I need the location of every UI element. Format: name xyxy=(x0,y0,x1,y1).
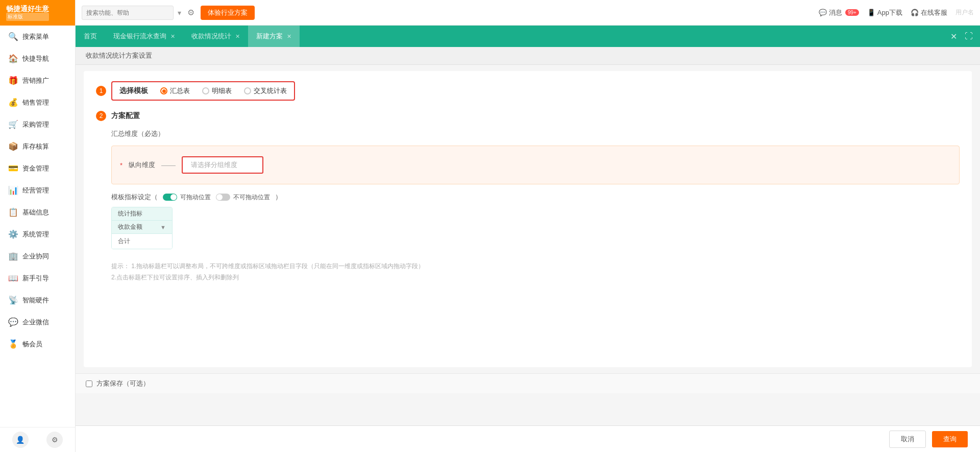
indicator-settings-header: 模板指标设定（ 可拖动位置 不可拖动位置 ） xyxy=(111,193,960,202)
chat-icon: 💬 xyxy=(8,317,18,327)
tab-new-plan[interactable]: 新建方案 ✕ xyxy=(248,26,300,47)
draggable-label: 可拖动位置 xyxy=(180,193,211,202)
step2-section: 2 方案配置 汇总维度（必选） * 纵向维度 —— 请选择分组维度 xyxy=(96,111,960,283)
sidebar-item-label: 快捷导航 xyxy=(22,54,49,63)
sidebar-item-operations[interactable]: 📊 经营管理 xyxy=(0,179,75,201)
sidebar-item-label: 采购管理 xyxy=(22,120,49,129)
sidebar-item-label: 搜索菜单 xyxy=(22,32,49,41)
tab-bar: 首页 现金银行流水查询 ✕ 收款情况统计 ✕ 新建方案 ✕ ✕ ⛶ xyxy=(76,26,980,47)
message-item[interactable]: 💬 消息 99+ xyxy=(819,8,859,17)
non-draggable-toggle-container: 不可拖动位置 xyxy=(216,193,270,202)
stats-indicator-label: 统计指标 xyxy=(118,209,142,218)
sidebar-item-purchase[interactable]: 🛒 采购管理 xyxy=(0,113,75,135)
sidebar-item-member[interactable]: 🏅 畅会员 xyxy=(0,333,75,355)
sidebar-item-hardware[interactable]: 📡 智能硬件 xyxy=(0,289,75,311)
sidebar-item-quick-nav[interactable]: 🏠 快捷导航 xyxy=(0,47,75,69)
sidebar-settings-btn[interactable]: ⚙ xyxy=(46,432,63,448)
indicator-settings: 模板指标设定（ 可拖动位置 不可拖动位置 ） xyxy=(111,193,960,251)
online-service-item[interactable]: 🎧 在线客服 xyxy=(911,8,947,17)
home-icon: 🏠 xyxy=(8,54,18,63)
sidebar-user-btn[interactable]: 👤 xyxy=(12,432,29,448)
query-button[interactable]: 查询 xyxy=(932,431,968,447)
arrow-icon: —— xyxy=(161,161,176,169)
tab-close-all-icon[interactable]: ✕ xyxy=(947,30,960,42)
chevron-down-icon: ▼ xyxy=(160,224,166,230)
vertical-label: 纵向维度 xyxy=(129,160,155,170)
stats-item-label: 收款金额 xyxy=(118,223,142,231)
sidebar: 畅捷通好生意 标准版 🔍 搜索菜单 🏠 快捷导航 🎁 营销推广 💰 销售管理 🛒… xyxy=(0,0,76,452)
stats-item-header[interactable]: 收款金额 ▼ xyxy=(112,221,172,234)
sidebar-item-search-menu[interactable]: 🔍 搜索菜单 xyxy=(0,26,75,47)
search-input[interactable] xyxy=(82,6,174,20)
sidebar-item-label: 新手引导 xyxy=(22,274,49,283)
trial-button[interactable]: 体验行业方案 xyxy=(201,6,255,20)
box-icon: 📦 xyxy=(8,141,18,151)
sidebar-item-sales[interactable]: 💰 销售管理 xyxy=(0,91,75,113)
hardware-icon: 📡 xyxy=(8,295,18,305)
radio-cross-label: 交叉统计表 xyxy=(254,86,287,96)
sidebar-item-marketing[interactable]: 🎁 营销推广 xyxy=(0,69,75,91)
sales-icon: 💰 xyxy=(8,98,18,107)
sidebar-item-label: 畅会员 xyxy=(22,340,42,349)
radio-summary-label: 汇总表 xyxy=(170,86,190,96)
main-area: ▾ ⚙ 体验行业方案 💬 消息 99+ 📱 App下载 🎧 在线客服 用户名 首… xyxy=(76,0,980,452)
sidebar-item-system[interactable]: ⚙️ 系统管理 xyxy=(0,223,75,245)
tip-line1: 提示： 1.拖动标题栏可以调整布局，不可跨维度或指标区域拖动栏目字段（只能在同一… xyxy=(111,261,960,272)
tab-receipt-stats[interactable]: 收款情况统计 ✕ xyxy=(183,26,248,47)
medal-icon: 🏅 xyxy=(8,339,18,349)
draggable-toggle[interactable] xyxy=(163,194,177,201)
tab-receipt-stats-close[interactable]: ✕ xyxy=(235,33,240,40)
non-draggable-label: 不可拖动位置 xyxy=(233,193,270,202)
step1-label: 选择模板 xyxy=(119,86,148,96)
download-icon: 📱 xyxy=(867,9,875,16)
radio-cross[interactable]: 交叉统计表 xyxy=(244,86,287,96)
sidebar-bottom: 👤 ⚙ xyxy=(0,427,75,452)
dimension-select-button[interactable]: 请选择分组维度 xyxy=(182,156,263,174)
content-area: 收款情况统计方案设置 1 选择模板 汇总表 明细表 xyxy=(76,47,980,425)
logo-text: 畅捷通好生意 xyxy=(6,5,49,13)
username-display: 用户名 xyxy=(955,8,974,17)
settings-icon[interactable]: ⚙ xyxy=(187,8,194,17)
indicator-close-paren: ） xyxy=(275,193,282,202)
radio-cross-circle xyxy=(244,87,251,94)
tab-cash-flow-close[interactable]: ✕ xyxy=(170,33,175,40)
radio-summary[interactable]: 汇总表 xyxy=(160,86,190,96)
step2-badge: 2 xyxy=(96,111,106,121)
stats-item-sub-label: 合计 xyxy=(118,237,130,245)
tab-home[interactable]: 首页 xyxy=(76,26,105,47)
non-draggable-toggle[interactable] xyxy=(216,194,230,201)
step1-badge: 1 xyxy=(96,86,106,96)
app-download-item[interactable]: 📱 App下载 xyxy=(867,8,902,17)
header-right: 💬 消息 99+ 📱 App下载 🎧 在线客服 用户名 xyxy=(819,8,974,17)
sidebar-item-collab[interactable]: 🏢 企业协同 xyxy=(0,245,75,267)
radio-detail-label: 明细表 xyxy=(212,86,232,96)
sidebar-item-basic-info[interactable]: 📋 基础信息 xyxy=(0,201,75,223)
indicator-settings-label: 模板指标设定（ xyxy=(111,193,158,202)
sidebar-item-finance[interactable]: 💳 资金管理 xyxy=(0,157,75,179)
tab-new-plan-label: 新建方案 xyxy=(256,32,283,41)
tab-receipt-stats-label: 收款情况统计 xyxy=(191,32,231,41)
sidebar-item-label: 系统管理 xyxy=(22,230,49,239)
tabs-right-actions: ✕ ⛶ xyxy=(947,30,980,42)
building-icon: 🏢 xyxy=(8,251,18,261)
stats-item-sub-row: 合计 xyxy=(112,234,172,249)
radio-detail[interactable]: 明细表 xyxy=(202,86,232,96)
cancel-button[interactable]: 取消 xyxy=(889,431,926,448)
tab-expand-icon[interactable]: ⛶ xyxy=(963,30,975,42)
sidebar-item-guide[interactable]: 📖 新手引导 xyxy=(0,267,75,289)
sidebar-item-wechat[interactable]: 💬 企业微信 xyxy=(0,311,75,333)
sidebar-item-inventory[interactable]: 📦 库存核算 xyxy=(0,135,75,157)
sidebar-item-label: 智能硬件 xyxy=(22,296,49,305)
download-label: App下载 xyxy=(877,8,902,17)
card-icon: 💳 xyxy=(8,163,18,173)
message-label: 消息 xyxy=(829,8,842,17)
dimension-area: * 纵向维度 —— 请选择分组维度 xyxy=(111,146,960,184)
tab-cash-flow[interactable]: 现金银行流水查询 ✕ xyxy=(105,26,183,47)
tab-new-plan-close[interactable]: ✕ xyxy=(287,33,291,40)
step2-label: 方案配置 xyxy=(111,111,140,121)
sidebar-item-label: 企业微信 xyxy=(22,318,49,327)
template-radio-group: 选择模板 汇总表 明细表 交叉统计表 xyxy=(111,81,295,101)
dropdown-arrow-icon[interactable]: ▾ xyxy=(178,9,181,17)
save-plan-checkbox[interactable] xyxy=(86,380,92,387)
tips-section: 提示： 1.拖动标题栏可以调整布局，不可跨维度或指标区域拖动栏目字段（只能在同一… xyxy=(111,261,960,283)
